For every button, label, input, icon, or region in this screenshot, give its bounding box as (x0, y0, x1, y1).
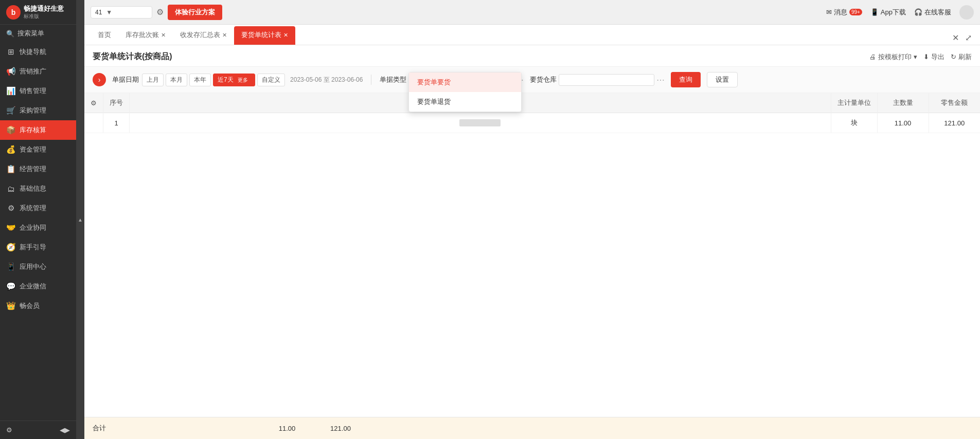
sidebar-scroll[interactable]: ▲ (76, 0, 84, 439)
main-content: 41 ▼ ⚙ 体验行业方案 ✉ 消息 99+ 📱 App下载 🎧 在线客服 首页 (84, 0, 980, 439)
export-btn[interactable]: ⬇ 导出 (923, 52, 945, 62)
date-btn-last-month[interactable]: 上月 (142, 74, 164, 86)
data-table: ⚙ 序号 商品 主计量单位 主数量 零售金额 1 (84, 93, 980, 133)
topbar-right: ✉ 消息 99+ 📱 App下载 🎧 在线客服 (826, 5, 974, 20)
tab-close-request-summary[interactable]: ✕ (283, 32, 288, 39)
row-amount: 121.00 (929, 113, 980, 133)
sidebar-item-quick-nav[interactable]: ⊞ 快捷导航 (0, 42, 76, 62)
dropdown-item-request-return[interactable]: 要货单退货 (409, 92, 521, 112)
date-btn-custom[interactable]: 自定义 (257, 74, 285, 86)
page-actions: 🖨 按模板打印 ▾ ⬇ 导出 ↻ 刷新 (869, 52, 972, 62)
export-icon: ⬇ (923, 53, 929, 61)
filter-bar: › 单据日期 上月 本月 本年 近7天 更多 自定义 2023-05-06 至 … (84, 67, 980, 93)
th-qty: 主数量 (877, 93, 929, 113)
sidebar-item-appstore[interactable]: 📱 应用中心 (0, 257, 76, 277)
marketing-icon: 📢 (6, 67, 15, 76)
sidebar-item-inventory[interactable]: 📦 库存核算 (0, 120, 76, 140)
table-wrap: ⚙ 序号 商品 主计量单位 主数量 零售金额 1 (84, 93, 980, 417)
company-name: 41 (95, 9, 102, 16)
dropdown-item-request-goods[interactable]: 要货单要货 (409, 72, 521, 92)
tab-action-close[interactable]: ✕ (950, 32, 961, 44)
type-filter-label: 单据类型 (380, 75, 406, 84)
footer-qty: 11.00 (266, 425, 308, 432)
sidebar-footer: ⚙ ◀▶ (0, 420, 76, 439)
warehouse-input[interactable] (559, 74, 654, 86)
message-icon: ✉ (826, 8, 832, 16)
sidebar-item-member[interactable]: 👑 畅会员 (0, 296, 76, 316)
sidebar-item-sales[interactable]: 📊 销售管理 (0, 81, 76, 101)
tab-request-summary[interactable]: 要货单统计表 ✕ (234, 26, 295, 45)
app-title: 畅捷通好生意 (24, 5, 64, 13)
filter-expand-btn[interactable]: › (93, 73, 106, 86)
collapse-icon[interactable]: ◀▶ (60, 426, 70, 434)
sidebar-item-operation[interactable]: 📋 经营管理 (0, 159, 76, 179)
sidebar-item-enterprise[interactable]: 🤝 企业协同 (0, 218, 76, 237)
scroll-arrow-up: ▲ (78, 217, 83, 223)
date-filter-label: 单据日期 (112, 75, 139, 84)
tab-collect-summary[interactable]: 收发存汇总表 ✕ (173, 26, 234, 45)
settings-button[interactable]: 设置 (707, 72, 738, 87)
type-dropdown: 要货单要货 要货单退货 (408, 72, 522, 112)
sidebar-item-wechat[interactable]: 💬 企业微信 (0, 277, 76, 296)
row-goods (130, 113, 831, 133)
sidebar-item-guide[interactable]: 🧭 新手引导 (0, 237, 76, 257)
table-footer: 合计 11.00 121.00 (84, 417, 980, 439)
sidebar-item-system[interactable]: ⚙ 系统管理 (0, 198, 76, 218)
wechat-icon: 💬 (6, 282, 15, 291)
tab-actions: ✕ ⤢ (950, 32, 974, 45)
quick-nav-icon: ⊞ (6, 47, 15, 57)
tab-close-collect-summary[interactable]: ✕ (222, 32, 227, 39)
th-settings[interactable]: ⚙ (84, 93, 103, 113)
page-title: 要货单统计表(按商品) (93, 51, 172, 62)
tab-home[interactable]: 首页 (91, 26, 118, 45)
company-selector[interactable]: 41 ▼ (91, 6, 152, 19)
print-dropdown-icon: ▾ (914, 53, 917, 61)
sidebar-item-purchase[interactable]: 🛒 采购管理 (0, 101, 76, 120)
tabs-bar: 首页 库存批次账 ✕ 收发存汇总表 ✕ 要货单统计表 ✕ ✕ ⤢ (84, 25, 980, 45)
refresh-btn[interactable]: ↻ 刷新 (951, 52, 972, 62)
settings-bottom-icon[interactable]: ⚙ (6, 426, 12, 434)
print-icon: 🖨 (869, 53, 876, 61)
date-btn-7days[interactable]: 近7天 更多 (213, 74, 255, 86)
finance-icon: 💰 (6, 145, 15, 154)
topbar-settings-icon[interactable]: ⚙ (156, 7, 164, 17)
table-row: 1 块 11.00 121.00 (84, 113, 980, 133)
inventory-icon: 📦 (6, 125, 15, 135)
headset-icon: 🎧 (914, 8, 922, 16)
warehouse-more-icon[interactable]: ⋯ (656, 75, 665, 85)
sidebar-item-marketing[interactable]: 📢 营销推广 (0, 62, 76, 81)
date-btn-this-year[interactable]: 本年 (189, 74, 211, 86)
footer-amount: 121.00 (320, 425, 361, 432)
system-icon: ⚙ (6, 204, 15, 213)
member-icon: 👑 (6, 301, 15, 310)
online-service-btn[interactable]: 🎧 在线客服 (914, 8, 951, 17)
sidebar-logo: b 畅捷通好生意 标准版 (0, 0, 76, 25)
query-button[interactable]: 查询 (671, 72, 701, 87)
app-download-btn[interactable]: 📱 App下载 (870, 8, 906, 17)
guide-icon: 🧭 (6, 243, 15, 252)
row-unit: 块 (831, 113, 877, 133)
print-btn[interactable]: 🖨 按模板打印 ▾ (869, 52, 917, 62)
table-header-row: ⚙ 序号 商品 主计量单位 主数量 零售金额 (84, 93, 980, 113)
sidebar-item-finance[interactable]: 💰 资金管理 (0, 140, 76, 159)
tab-action-expand[interactable]: ⤢ (963, 32, 974, 44)
tab-close-inventory-batch[interactable]: ✕ (161, 32, 166, 39)
footer-label: 合计 (93, 424, 106, 433)
date-btn-this-month[interactable]: 本月 (166, 74, 187, 86)
phone-icon: 📱 (870, 8, 879, 16)
trial-button[interactable]: 体验行业方案 (168, 5, 222, 20)
sidebar-search[interactable]: 🔍 搜索菜单 (0, 25, 76, 42)
basic-icon: 🗂 (6, 184, 15, 193)
more-badge: 更多 (235, 77, 251, 83)
user-avatar[interactable] (959, 5, 974, 20)
date-buttons: 上月 本月 本年 近7天 更多 自定义 (142, 74, 285, 86)
row-num: 1 (103, 113, 130, 133)
messages-btn[interactable]: ✉ 消息 99+ (826, 8, 862, 17)
topbar: 41 ▼ ⚙ 体验行业方案 ✉ 消息 99+ 📱 App下载 🎧 在线客服 (84, 0, 980, 25)
company-dropdown-icon: ▼ (106, 9, 112, 16)
appstore-icon: 📱 (6, 262, 15, 271)
sidebar-item-basic[interactable]: 🗂 基础信息 (0, 179, 76, 198)
sidebar: b 畅捷通好生意 标准版 🔍 搜索菜单 ⊞ 快捷导航 📢 营销推广 📊 销售管理… (0, 0, 76, 439)
tab-inventory-batch[interactable]: 库存批次账 ✕ (118, 26, 173, 45)
search-icon: 🔍 (6, 30, 14, 38)
